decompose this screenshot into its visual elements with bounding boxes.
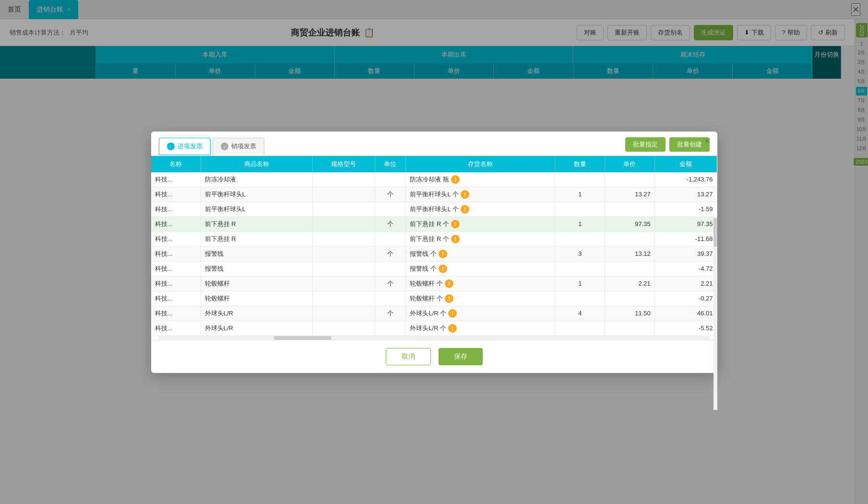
cell-spec — [312, 306, 375, 321]
modal-header: ↑ 进项发票 ↓ 销项发票 批量指定 批量创建 × — [151, 132, 717, 156]
cell-unit: 个 — [375, 276, 406, 291]
cell-unit — [375, 172, 406, 187]
cell-inventory: 外球头L/R 个! — [406, 306, 555, 321]
cell-product: 前下悬挂 R — [201, 231, 312, 246]
cell-quantity — [555, 231, 605, 246]
col-quantity: 数量 — [555, 156, 605, 172]
cell-price — [605, 231, 655, 246]
cell-quantity — [555, 261, 605, 276]
modal-footer: 取消 保存 — [151, 340, 717, 373]
cell-name: 科技... — [151, 187, 201, 202]
cell-name: 科技... — [151, 291, 201, 306]
cell-spec — [312, 261, 375, 276]
cell-product: 外球头L/R — [201, 306, 312, 321]
cell-product: 前平衡杆球头L — [201, 202, 312, 216]
cell-spec — [312, 291, 375, 306]
save-button[interactable]: 保存 — [439, 348, 483, 365]
cell-product: 报警线 — [201, 246, 312, 261]
cell-price: 11.50 — [605, 306, 655, 321]
warning-icon: ! — [439, 264, 447, 273]
cell-unit — [375, 321, 406, 336]
col-amount: 金额 — [654, 156, 717, 172]
app-container: 首页 进销台账 × ✕ 销售成本计算方法： 月平均 商贸企业进销台账 📋 对账 … — [0, 0, 868, 504]
batch-create-button[interactable]: 批量创建 — [669, 137, 710, 152]
modal-tabs: ↑ 进项发票 ↓ 销项发票 — [159, 138, 264, 155]
purchase-tab-icon: ↑ — [167, 143, 175, 150]
table-row: 科技... 前下悬挂 R 前下悬挂 R 个! -11.68 — [151, 231, 717, 246]
cell-name: 科技... — [151, 216, 201, 231]
cell-inventory: 前下悬挂 R 个! — [406, 231, 555, 246]
cell-unit — [375, 231, 406, 246]
cell-quantity: 4 — [555, 306, 605, 321]
cell-price: 13.12 — [605, 246, 655, 261]
cell-unit: 个 — [375, 216, 406, 231]
cell-unit: 个 — [375, 306, 406, 321]
cell-spec — [312, 231, 375, 246]
cell-amount: 46.01 — [654, 306, 717, 321]
table-row: 科技... 外球头L/R 外球头L/R 个! -5.52 — [151, 321, 717, 336]
cell-quantity: 1 — [555, 216, 605, 231]
cell-spec — [312, 172, 375, 187]
cell-inventory: 前平衡杆球头L 个! — [406, 202, 555, 216]
vertical-scrollbar-thumb — [713, 218, 717, 247]
cell-price — [605, 321, 655, 336]
cell-name: 科技... — [151, 246, 201, 261]
tab-sale-invoice[interactable]: ↓ 销项发票 — [213, 138, 264, 155]
cell-product: 外球头L/R — [201, 321, 312, 336]
cell-product: 轮毂螺杆 — [201, 276, 312, 291]
cell-inventory: 防冻冷却液 瓶! — [406, 172, 555, 187]
cell-product: 前平衡杆球头L — [201, 187, 312, 202]
cancel-button[interactable]: 取消 — [386, 348, 431, 365]
cell-inventory: 前平衡杆球头L 个! — [406, 187, 555, 202]
horizontal-scrollbar[interactable] — [159, 336, 710, 340]
cell-quantity: 1 — [555, 187, 605, 202]
cell-product: 轮毂螺杆 — [201, 291, 312, 306]
cell-quantity: 3 — [555, 246, 605, 261]
cell-inventory: 前下悬挂 R 个! — [406, 216, 555, 231]
modal-header-buttons: 批量指定 批量创建 — [625, 137, 710, 152]
tab-purchase-invoice[interactable]: ↑ 进项发票 — [159, 138, 211, 155]
cell-amount: 2.21 — [654, 276, 717, 291]
table-row: 科技... 轮毂螺杆 轮毂螺杆 个! -0.27 — [151, 291, 717, 306]
vertical-scrollbar[interactable] — [713, 218, 717, 410]
cell-name: 科技... — [151, 276, 201, 291]
cell-product: 报警线 — [201, 261, 312, 276]
cell-quantity — [555, 321, 605, 336]
cell-inventory: 报警线 个! — [406, 261, 555, 276]
cell-name: 科技... — [151, 306, 201, 321]
cell-price: 97.35 — [605, 216, 655, 231]
cell-spec — [312, 187, 375, 202]
cell-spec — [312, 246, 375, 261]
horizontal-scrollbar-thumb — [274, 336, 332, 340]
cell-unit — [375, 291, 406, 306]
cell-amount: -1.59 — [654, 202, 717, 216]
cell-amount: 13.27 — [654, 187, 717, 202]
invoice-table: 名称 商品名称 规格型号 单位 存货名称 数量 单价 金额 科技... 防冻冷却… — [151, 156, 717, 336]
modal-close-button[interactable]: × — [704, 136, 710, 146]
table-row: 科技... 前平衡杆球头L 前平衡杆球头L 个! -1.59 — [151, 202, 717, 216]
cell-price — [605, 202, 655, 216]
cell-name: 科技... — [151, 321, 201, 336]
cell-product: 防冻冷却液 — [201, 172, 312, 187]
cell-price — [605, 261, 655, 276]
col-inventory: 存货名称 — [406, 156, 555, 172]
table-row: 科技... 报警线 个 报警线 个! 3 13.12 39.37 — [151, 246, 717, 261]
cell-spec — [312, 276, 375, 291]
cell-inventory: 轮毂螺杆 个! — [406, 276, 555, 291]
batch-assign-button[interactable]: 批量指定 — [625, 137, 666, 152]
cell-price: 13.27 — [605, 187, 655, 202]
cell-quantity: 1 — [555, 276, 605, 291]
cell-inventory: 报警线 个! — [406, 246, 555, 261]
table-body: 科技... 防冻冷却液 防冻冷却液 瓶! -1,243.76 科技... 前平衡… — [151, 172, 717, 336]
warning-icon: ! — [451, 235, 460, 243]
warning-icon: ! — [439, 250, 447, 258]
cell-unit — [375, 202, 406, 216]
cell-spec — [312, 216, 375, 231]
cell-name: 科技... — [151, 172, 201, 187]
table-row: 科技... 外球头L/R 个 外球头L/R 个! 4 11.50 46.01 — [151, 306, 717, 321]
warning-icon: ! — [445, 294, 453, 303]
cell-amount: 39.37 — [654, 246, 717, 261]
cell-amount: -11.68 — [654, 231, 717, 246]
modal-overlay: ↑ 进项发票 ↓ 销项发票 批量指定 批量创建 × — [0, 0, 868, 504]
cell-spec — [312, 202, 375, 216]
